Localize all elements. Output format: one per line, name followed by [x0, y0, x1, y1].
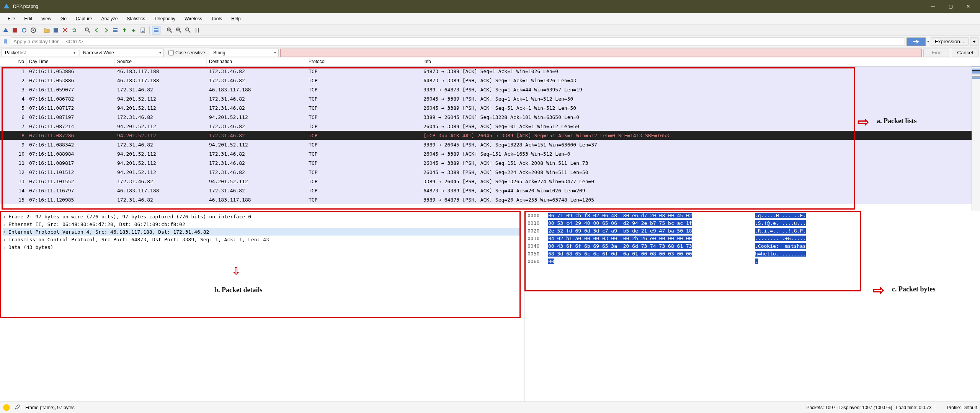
- table-row[interactable]: 1507:16:11.120985172.31.46.8246.183.117.…: [0, 195, 980, 204]
- menu-go[interactable]: Go: [56, 15, 71, 23]
- find-packet-icon[interactable]: [83, 26, 92, 34]
- open-file-icon[interactable]: [42, 26, 51, 34]
- charset-dropdown[interactable]: Narrow & Wide: [80, 49, 164, 57]
- bookmark-icon[interactable]: [2, 38, 9, 46]
- table-row[interactable]: 1007:16:11.08898494.201.52.112172.31.46.…: [0, 149, 980, 158]
- menu-telephony[interactable]: Telephony: [150, 15, 180, 23]
- table-row[interactable]: 407:16:11.08678294.201.52.112172.31.46.8…: [0, 94, 980, 103]
- menu-tools[interactable]: Tools: [207, 15, 227, 23]
- menu-edit[interactable]: Edit: [20, 15, 37, 23]
- annotation-label-b: b. Packet details: [214, 286, 263, 294]
- annotation-label-a: a. Packet lists: [877, 117, 916, 125]
- packet-list-header[interactable]: No Day Time Source Destination Protocol …: [0, 58, 980, 67]
- cancel-button[interactable]: Cancel: [952, 49, 978, 57]
- go-to-packet-icon[interactable]: [111, 26, 119, 34]
- detail-line[interactable]: ›Internet Protocol Version 4, Src: 46.18…: [3, 228, 521, 236]
- byte-line[interactable]: 006000.: [528, 259, 977, 266]
- table-row[interactable]: 707:16:11.08721494.201.52.112172.31.46.8…: [0, 122, 980, 131]
- colorize-icon[interactable]: [152, 26, 160, 34]
- titlebar: DP2.pcapng ― ▢ ✕: [0, 0, 980, 13]
- status-frame-text: Frame (frame), 97 bytes: [25, 405, 75, 410]
- col-time[interactable]: Day Time: [27, 58, 115, 66]
- table-row[interactable]: 1407:16:11.11679746.183.117.188172.31.46…: [0, 186, 980, 195]
- menu-statistics[interactable]: Statistics: [122, 15, 150, 23]
- auto-scroll-icon[interactable]: [139, 26, 147, 34]
- svg-line-18: [180, 31, 181, 33]
- case-sensitive-checkbox[interactable]: Case sensitive: [165, 50, 208, 55]
- table-row[interactable]: 1307:16:11.101552172.31.46.8294.201.52.1…: [0, 177, 980, 186]
- go-forward-icon[interactable]: [102, 26, 110, 34]
- col-protocol[interactable]: Protocol: [306, 58, 421, 66]
- edit-icon[interactable]: [15, 404, 21, 411]
- go-first-icon[interactable]: [120, 26, 129, 34]
- detail-line[interactable]: ›Data (43 bytes): [3, 243, 521, 251]
- byte-line[interactable]: 004000 43 6f 6f 6b 69 65 3a 20 6d 73 74 …: [528, 243, 977, 251]
- resize-columns-icon[interactable]: [193, 26, 201, 34]
- main-toolbar: + −: [0, 24, 980, 36]
- start-capture-icon[interactable]: [2, 26, 10, 34]
- table-row[interactable]: 907:16:11.088342172.31.46.8294.201.52.11…: [0, 140, 980, 149]
- svg-point-5: [85, 28, 88, 31]
- zoom-reset-icon[interactable]: [184, 26, 192, 34]
- close-button[interactable]: ✕: [959, 0, 977, 13]
- status-profile[interactable]: Profile: Default: [947, 405, 977, 410]
- menu-help[interactable]: Help: [227, 15, 245, 23]
- maximize-button[interactable]: ▢: [942, 0, 959, 13]
- capture-options-icon[interactable]: [29, 26, 38, 34]
- table-row[interactable]: 1207:16:11.10151294.201.52.112172.31.46.…: [0, 167, 980, 177]
- zoom-in-icon[interactable]: +: [165, 26, 174, 34]
- byte-line[interactable]: 00202e 52 fd 69 0d 3d c7 a9 b5 de 21 e9 …: [528, 228, 977, 236]
- save-file-icon[interactable]: [52, 26, 60, 34]
- table-row[interactable]: 107:16:11.05388646.183.117.188172.31.46.…: [0, 67, 980, 76]
- byte-line[interactable]: 005068 3d 68 65 6c 6c 6f 0d 0a 01 00 08 …: [528, 251, 977, 259]
- svg-point-20: [186, 28, 189, 31]
- packet-bytes-pane[interactable]: 000006 71 09 cb f8 02 06 48 80 e6 d7 20 …: [524, 211, 980, 402]
- menu-analyze[interactable]: Analyze: [97, 15, 122, 23]
- table-row[interactable]: 207:16:11.05388646.183.117.188172.31.46.…: [0, 76, 980, 85]
- col-destination[interactable]: Destination: [207, 58, 306, 66]
- annotation-arrow-b: ⇩: [232, 262, 240, 278]
- table-row[interactable]: 807:16:11.08728694.201.52.112172.31.46.8…: [0, 131, 980, 140]
- svg-rect-11: [154, 28, 158, 29]
- find-button[interactable]: Find: [923, 49, 950, 57]
- menu-file[interactable]: File: [3, 15, 20, 23]
- svg-point-3: [33, 29, 34, 31]
- svg-rect-8: [113, 30, 118, 31]
- go-back-icon[interactable]: [93, 26, 101, 34]
- add-filter-button[interactable]: +: [970, 37, 978, 46]
- search-type-dropdown[interactable]: String: [210, 49, 279, 57]
- col-no[interactable]: No: [0, 58, 27, 66]
- display-filter-input[interactable]: [11, 37, 905, 46]
- packet-list-pane[interactable]: No Day Time Source Destination Protocol …: [0, 58, 980, 211]
- byte-line[interactable]: 001000 53 c4 29 40 00 65 06 d2 94 2e b7 …: [528, 220, 977, 228]
- search-in-dropdown[interactable]: Packet list: [2, 49, 78, 57]
- table-row[interactable]: 507:16:11.08717294.201.52.112172.31.46.8…: [0, 103, 980, 112]
- app-icon: [3, 3, 10, 11]
- detail-line[interactable]: ›Transmission Control Protocol, Src Port…: [3, 236, 521, 243]
- stop-capture-icon[interactable]: [11, 26, 19, 34]
- apply-filter-button[interactable]: [906, 37, 926, 46]
- table-row[interactable]: 307:16:11.059077172.31.46.8246.183.117.1…: [0, 85, 980, 94]
- reload-icon[interactable]: [70, 26, 78, 34]
- menu-wireless[interactable]: Wireless: [180, 15, 207, 23]
- byte-line[interactable]: 000006 71 09 cb f8 02 06 48 80 e6 d7 20 …: [528, 213, 977, 220]
- table-row[interactable]: 607:16:11.087197172.31.46.8294.201.52.11…: [0, 112, 980, 122]
- close-file-icon[interactable]: [61, 26, 69, 34]
- byte-line[interactable]: 003004 02 b1 a0 00 00 03 00 00 2b 26 e0 …: [528, 236, 977, 243]
- packet-details-pane[interactable]: ›Frame 2: 97 bytes on wire (776 bits), 9…: [0, 211, 524, 402]
- expert-info-icon[interactable]: [3, 404, 10, 411]
- col-info[interactable]: Info: [421, 58, 980, 66]
- menu-view[interactable]: View: [37, 15, 56, 23]
- detail-line[interactable]: ›Frame 2: 97 bytes on wire (776 bits), 9…: [3, 213, 521, 220]
- expression-button[interactable]: Expression...: [931, 37, 969, 46]
- detail-line[interactable]: ›Ethernet II, Src: 06:48:80:e6:d7:20, Ds…: [3, 220, 521, 228]
- col-source[interactable]: Source: [115, 58, 207, 66]
- search-input[interactable]: [280, 49, 922, 57]
- minimize-button[interactable]: ―: [924, 0, 942, 13]
- restart-capture-icon[interactable]: [20, 26, 28, 34]
- packet-minimap[interactable]: [972, 67, 980, 211]
- go-last-icon[interactable]: [129, 26, 138, 34]
- menu-capture[interactable]: Capture: [71, 15, 97, 23]
- table-row[interactable]: 1107:16:11.08981794.201.52.112172.31.46.…: [0, 158, 980, 167]
- zoom-out-icon[interactable]: −: [175, 26, 183, 34]
